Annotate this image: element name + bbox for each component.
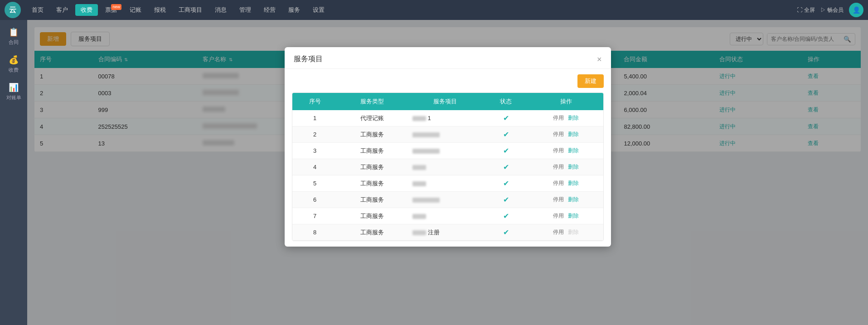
- modal-new-button[interactable]: 新建: [577, 74, 604, 88]
- nav-commerce[interactable]: 工商项目: [173, 4, 208, 16]
- modal-cell-seq: 2: [292, 126, 338, 143]
- modal-cell-seq: 7: [292, 208, 338, 224]
- main-layout: 📋 合同 💰 收费 📊 对账单 新增 服务项目 进行中 已完成 已终止: [0, 20, 868, 325]
- modal-cell-type: 工商服务: [338, 224, 407, 241]
- delete-button[interactable]: 删除: [568, 179, 579, 187]
- stop-button[interactable]: 停用: [553, 212, 564, 220]
- modal-cell-item: [407, 143, 484, 159]
- delete-button[interactable]: 删除: [568, 196, 579, 204]
- modal-table-row: 1 代理记账 1 ✔ 停用 删除: [292, 110, 603, 126]
- nav-home[interactable]: 首页: [26, 4, 49, 16]
- modal-cell-status: ✔: [483, 175, 529, 192]
- modal-cell-type: 工商服务: [338, 192, 407, 208]
- modal-table-row: 2 工商服务 ✔ 停用 删除: [292, 126, 603, 143]
- modal-table-row: 5 工商服务 ✔ 停用 删除: [292, 175, 603, 192]
- statement-icon: 📊: [9, 82, 19, 92]
- modal-cell-item: [407, 159, 484, 175]
- modal-table-row: 6 工商服务 ✔ 停用 删除: [292, 192, 603, 208]
- nav-settings[interactable]: 设置: [307, 4, 330, 16]
- nav-billing[interactable]: 收费: [75, 4, 98, 16]
- modal-cell-seq: 6: [292, 192, 338, 208]
- avatar[interactable]: 👤: [849, 3, 863, 17]
- top-nav: 云 首页 客户 收费 票据 new 记账 报税 工商项目 消息 管理 经营 服务…: [0, 0, 868, 20]
- modal-col-seq: 序号: [292, 93, 338, 110]
- stop-button[interactable]: 停用: [553, 131, 564, 138]
- modal-cell-status: ✔: [483, 224, 529, 241]
- modal-table-row: 4 工商服务 ✔ 停用 删除: [292, 159, 603, 175]
- modal-cell-status: ✔: [483, 126, 529, 143]
- app-logo: 云: [5, 2, 21, 18]
- nav-right: ⛶ 全屏 ▷ 畅会员 👤: [797, 3, 863, 17]
- stop-button[interactable]: 停用: [553, 114, 564, 122]
- service-items-modal: 服务项目 × 新建 序号 服务类型 服务项目: [285, 47, 611, 247]
- modal-cell-item: [407, 192, 484, 208]
- nav-invoice[interactable]: 票据 new: [100, 4, 122, 16]
- modal-cell-type: 工商服务: [338, 175, 407, 192]
- stop-button[interactable]: 停用: [553, 228, 564, 236]
- modal-body: 新建 序号 服务类型 服务项目 状态 操作: [285, 69, 611, 247]
- modal-cell-type: 工商服务: [338, 159, 407, 175]
- modal-table-row: 3 工商服务 ✔ 停用 删除: [292, 143, 603, 159]
- modal-cell-ops: 停用 删除: [529, 143, 603, 159]
- sidebar-item-billing[interactable]: 💰 收费: [2, 51, 25, 77]
- modal-cell-item: [407, 175, 484, 192]
- modal-cell-ops: 停用 删除: [529, 159, 603, 175]
- modal-cell-ops: 停用 删除: [529, 224, 603, 241]
- stop-button[interactable]: 停用: [553, 163, 564, 171]
- modal-cell-seq: 8: [292, 224, 338, 241]
- modal-cell-type: 工商服务: [338, 126, 407, 143]
- modal-table-row: 7 工商服务 ✔ 停用 删除: [292, 208, 603, 224]
- modal-col-ops: 操作: [529, 93, 603, 110]
- delete-button[interactable]: 删除: [568, 228, 579, 236]
- modal-cell-type: 工商服务: [338, 143, 407, 159]
- sidebar-item-statement-label: 对账单: [6, 94, 21, 101]
- modal-cell-status: ✔: [483, 143, 529, 159]
- modal-cell-item: [407, 126, 484, 143]
- delete-button[interactable]: 删除: [568, 131, 579, 138]
- stop-button[interactable]: 停用: [553, 147, 564, 155]
- modal-cell-seq: 5: [292, 175, 338, 192]
- nav-service[interactable]: 服务: [283, 4, 305, 16]
- modal-table-row: 8 工商服务 注册 ✔ 停用 删除: [292, 224, 603, 241]
- billing-icon: 💰: [9, 55, 19, 65]
- new-badge: new: [111, 4, 121, 10]
- modal-cell-item: 1: [407, 110, 484, 126]
- modal-col-item: 服务项目: [407, 93, 484, 110]
- modal-close-button[interactable]: ×: [597, 55, 602, 63]
- nav-manage[interactable]: 管理: [234, 4, 257, 16]
- modal-title: 服务项目: [294, 54, 323, 64]
- sidebar: 📋 合同 💰 收费 📊 对账单: [0, 20, 27, 325]
- delete-button[interactable]: 删除: [568, 163, 579, 171]
- delete-button[interactable]: 删除: [568, 114, 579, 122]
- modal-col-type: 服务类型: [338, 93, 407, 110]
- stop-button[interactable]: 停用: [553, 196, 564, 204]
- modal-col-status: 状态: [483, 93, 529, 110]
- modal-cell-status: ✔: [483, 110, 529, 126]
- modal-cell-status: ✔: [483, 192, 529, 208]
- sidebar-item-contract-label: 合同: [9, 39, 19, 46]
- modal-cell-status: ✔: [483, 208, 529, 224]
- content-area: 新增 服务项目 进行中 已完成 已终止 🔍: [27, 20, 868, 325]
- modal-cell-ops: 停用 删除: [529, 208, 603, 224]
- nav-message[interactable]: 消息: [209, 4, 232, 16]
- modal-cell-type: 工商服务: [338, 208, 407, 224]
- delete-button[interactable]: 删除: [568, 212, 579, 220]
- nav-bookkeeping[interactable]: 记账: [124, 4, 147, 16]
- nav-operation[interactable]: 经营: [258, 4, 281, 16]
- fullscreen-btn[interactable]: ⛶ 全屏: [797, 6, 815, 14]
- modal-cell-ops: 停用 删除: [529, 126, 603, 143]
- nav-tax[interactable]: 报税: [149, 4, 171, 16]
- sidebar-item-contract[interactable]: 📋 合同: [2, 24, 25, 49]
- modal-cell-status: ✔: [483, 159, 529, 175]
- delete-button[interactable]: 删除: [568, 147, 579, 155]
- sidebar-item-statement[interactable]: 📊 对账单: [2, 79, 25, 105]
- modal-toolbar: 新建: [292, 74, 604, 88]
- stop-button[interactable]: 停用: [553, 179, 564, 187]
- contract-icon: 📋: [9, 27, 19, 37]
- vip-btn[interactable]: ▷ 畅会员: [820, 6, 844, 14]
- modal-cell-item: 注册: [407, 224, 484, 241]
- modal-cell-item: [407, 208, 484, 224]
- modal-cell-seq: 4: [292, 159, 338, 175]
- nav-customer[interactable]: 客户: [51, 4, 73, 16]
- modal-table-container[interactable]: 序号 服务类型 服务项目 状态 操作 1: [292, 92, 604, 241]
